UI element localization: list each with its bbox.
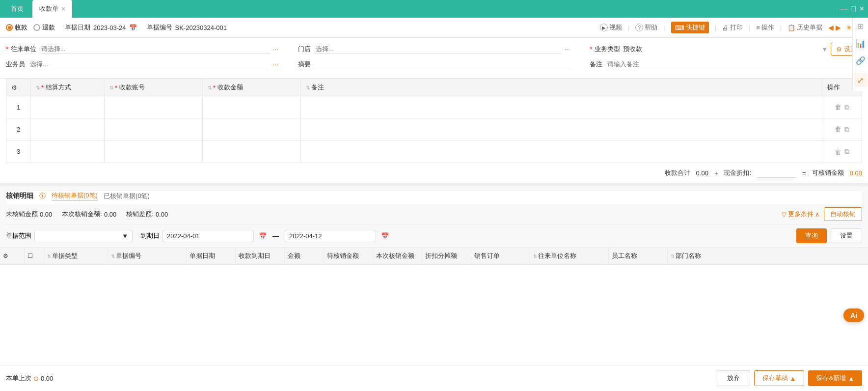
window-close-icon[interactable]: × xyxy=(860,4,864,13)
nav-left-icon[interactable]: ◀ xyxy=(828,24,834,31)
form-row-1: * 往来单位 ··· 门店 ··· * 业务类型 预收款 xyxy=(6,43,862,56)
td-remark-3[interactable] xyxy=(301,140,822,163)
sidebar-chart-icon[interactable]: 📊 xyxy=(856,39,866,48)
td-actions-1: 🗑 ⧉ xyxy=(822,96,862,118)
biz-type-field: * 业务类型 预收款 ▼ ⚙ 设置 xyxy=(590,43,862,56)
filter-right: 查询 设置 xyxy=(796,228,862,243)
td-account-2[interactable] xyxy=(105,118,203,140)
th-settings[interactable]: ⚙ xyxy=(6,79,31,96)
delete-icon-2[interactable]: 🗑 xyxy=(835,125,841,133)
staff-more-icon[interactable]: ··· xyxy=(272,60,278,68)
sidebar-table-icon[interactable]: ⊞ xyxy=(857,22,864,31)
td-amount-1[interactable] xyxy=(203,96,301,118)
td-amount-2[interactable] xyxy=(203,118,301,140)
td-payment-1[interactable] xyxy=(31,96,105,118)
ai-float-button[interactable]: Ai xyxy=(843,308,864,322)
unchecked-stat: 未核销金额 0.00 xyxy=(6,210,52,219)
remark-input[interactable] xyxy=(605,59,862,69)
history-icon: 📋 xyxy=(787,24,795,31)
summary-input[interactable] xyxy=(314,59,570,69)
tab-home[interactable]: 首页 xyxy=(4,0,30,18)
keyboard-icon: ⌨ xyxy=(675,24,684,31)
form-area: * 往来单位 ··· 门店 ··· * 业务类型 预收款 xyxy=(0,38,868,79)
store-field: 门店 ··· xyxy=(298,44,570,54)
td-amount-3[interactable] xyxy=(203,140,301,163)
date-from-calendar-icon[interactable]: 📅 xyxy=(259,232,267,240)
bth-checkbox[interactable]: ☐ xyxy=(25,248,44,264)
date-to-calendar-icon[interactable]: 📅 xyxy=(381,232,389,240)
save-new-dropdown-icon: ▲ xyxy=(848,375,854,382)
bth-bill-no: ⇅ 单据编号 xyxy=(108,248,187,264)
td-remark-2[interactable] xyxy=(301,118,822,140)
partner-more-icon[interactable]: ··· xyxy=(272,45,278,53)
date-from-input[interactable] xyxy=(163,230,254,242)
table-gear-icon: ⚙ xyxy=(11,84,17,91)
staff-input[interactable] xyxy=(28,59,270,69)
biz-type-dropdown-icon[interactable]: ▼ xyxy=(821,46,828,53)
tab-close-icon[interactable]: × xyxy=(61,5,65,13)
partner-field: * 往来单位 ··· xyxy=(6,44,278,54)
footer-info-icon[interactable]: ⊙ xyxy=(33,375,39,382)
query-btn[interactable]: 查询 xyxy=(796,228,827,243)
delete-icon-3[interactable]: 🗑 xyxy=(835,148,841,156)
operation-btn[interactable]: ≡ 操作 xyxy=(756,23,774,32)
bth-bill-date: 单据日期 xyxy=(187,248,236,264)
video-btn[interactable]: ▶ 视频 xyxy=(600,23,622,32)
discard-button[interactable]: 放弃 xyxy=(717,370,750,386)
toolbar: 收款 退款 单据日期 2023-03-24 📅 单据编号 SK-20230324… xyxy=(0,18,868,38)
td-account-1[interactable] xyxy=(105,96,203,118)
copy-icon-1[interactable]: ⧉ xyxy=(844,103,849,112)
sidebar-link-icon[interactable]: 🔗 xyxy=(856,56,866,65)
save-draft-button[interactable]: 保存草稿 ▲ xyxy=(754,370,805,386)
print-btn[interactable]: 🖨 打印 xyxy=(722,23,743,32)
tab-receipt[interactable]: 收款单 × xyxy=(32,0,72,18)
td-payment-2[interactable] xyxy=(31,118,105,140)
store-input[interactable] xyxy=(314,44,562,54)
td-payment-3[interactable] xyxy=(31,140,105,163)
shortcut-btn[interactable]: ⌨ 快捷键 xyxy=(671,22,709,33)
copy-icon-3[interactable]: ⧉ xyxy=(844,147,849,156)
biz-type-select[interactable]: 预收款 xyxy=(623,45,818,54)
help-icon: ? xyxy=(635,24,643,31)
bth-gear[interactable]: ⚙ xyxy=(0,248,25,264)
discount-input[interactable] xyxy=(757,168,796,178)
td-account-3[interactable] xyxy=(105,140,203,163)
auto-verify-btn[interactable]: 自动核销 xyxy=(824,207,862,221)
radio-circle-receipt xyxy=(6,24,13,31)
table-row: 3 🗑 ⧉ xyxy=(6,140,862,163)
store-more-icon[interactable]: ··· xyxy=(565,45,570,53)
nav-right-icon[interactable]: ▶ xyxy=(836,24,841,31)
pending-link[interactable]: 待核销单据(0笔) xyxy=(52,191,98,200)
radio-refund[interactable]: 退款 xyxy=(33,23,55,32)
td-remark-1[interactable] xyxy=(301,96,822,118)
sidebar-expand-icon[interactable]: ⤢ xyxy=(854,73,868,87)
diff-stat: 核销差额: 0.00 xyxy=(126,210,168,219)
main-content: 收款 退款 单据日期 2023-03-24 📅 单据编号 SK-20230324… xyxy=(0,18,868,391)
stats-row: 未核销金额 0.00 本次核销金额: 0.00 核销差额: 0.00 ▽ 更多条… xyxy=(6,204,862,224)
bth-bill-type: ⇅ 单据类型 xyxy=(44,248,108,264)
info-icon[interactable]: ⓘ xyxy=(39,192,46,200)
summary-row: 收款合计 0.00 + 现金折扣: = 可核销金额 0.00 xyxy=(0,163,868,183)
partner-input[interactable] xyxy=(39,44,270,54)
save-new-button[interactable]: 保存&新增 ▲ xyxy=(808,370,862,386)
radio-circle-refund xyxy=(33,24,40,31)
footer-info: 本单上次 ⊙ 0.00 xyxy=(6,374,53,383)
date-to-input[interactable] xyxy=(285,230,376,242)
copy-icon-2[interactable]: ⧉ xyxy=(844,125,849,134)
history-btn[interactable]: 📋 历史单据 xyxy=(787,23,822,32)
help-btn[interactable]: ? 帮助 xyxy=(635,23,657,32)
window-minimize-icon[interactable]: — xyxy=(839,4,847,13)
verification-setting-btn[interactable]: 设置 xyxy=(831,228,862,243)
th-account: ⇅ * 收款账号 xyxy=(105,79,203,96)
delete-icon-1[interactable]: 🗑 xyxy=(835,103,841,111)
current-stat: 本次核销金额: 0.00 xyxy=(62,210,116,219)
done-link[interactable]: 已核销单据(0笔) xyxy=(104,192,150,200)
calendar-icon[interactable]: 📅 xyxy=(129,24,137,31)
list-view-icon[interactable]: ≡ xyxy=(847,24,851,31)
footer-right: 放弃 保存草稿 ▲ 保存&新增 ▲ xyxy=(717,370,862,386)
window-maximize-icon[interactable]: □ xyxy=(851,4,856,13)
radio-receipt[interactable]: 收款 xyxy=(6,23,27,32)
more-conditions-btn[interactable]: ▽ 更多条件 ∧ xyxy=(782,210,820,219)
print-icon: 🖨 xyxy=(722,24,729,31)
range-select[interactable]: ▼ xyxy=(34,230,133,242)
